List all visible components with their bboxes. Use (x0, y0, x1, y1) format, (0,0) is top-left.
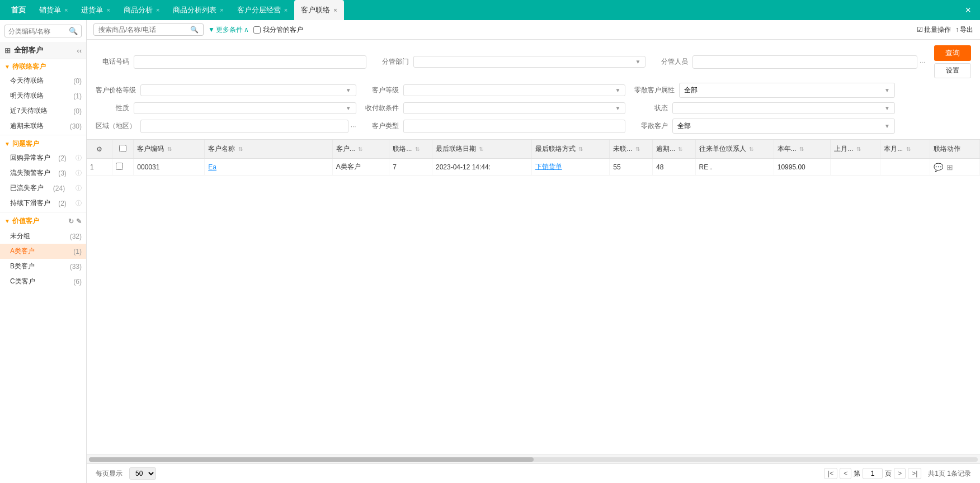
status-arrow-icon: ▼ (884, 105, 890, 111)
sort-code-icon[interactable]: ⇅ (167, 146, 172, 152)
query-button[interactable]: 查询 (934, 45, 971, 61)
sidebar-item-a-class[interactable]: A类客户 (1) (0, 244, 86, 259)
sort-last-date-icon[interactable]: ⇅ (479, 146, 483, 152)
sort-overdue-icon[interactable]: ⇅ (678, 146, 682, 152)
sort-contact-count-icon[interactable]: ⇅ (415, 146, 420, 152)
sidebar-search-input[interactable] (8, 27, 69, 35)
horizontal-scrollbar[interactable] (87, 454, 980, 463)
select-all-checkbox[interactable] (119, 145, 126, 152)
close-product-analysis-tab[interactable]: × (156, 7, 159, 13)
filter-search-input[interactable] (98, 26, 188, 34)
cell-last-method[interactable]: 下销货单 (531, 159, 610, 176)
last-method-link[interactable]: 下销货单 (535, 163, 562, 171)
tab-sales[interactable]: 销货单 × (32, 0, 74, 20)
customer-name-link[interactable]: Ea (208, 163, 216, 171)
tab-customer-layer[interactable]: 客户分层经营 × (230, 0, 294, 20)
refresh-icon[interactable]: ↻ (68, 217, 74, 225)
my-customer-checkbox-label[interactable]: 我分管的客户 (253, 25, 303, 35)
settings-button[interactable]: 设置 (934, 63, 971, 78)
sidebar-item-c-class[interactable]: C类客户 (6) (0, 274, 86, 289)
sidebar-item-declining[interactable]: 持续下滑客户 (2) ⓘ (0, 196, 86, 211)
select-retail-attr[interactable]: 全部 ▼ (679, 83, 895, 98)
batch-op-btn[interactable]: ☑ 批量操作 (917, 25, 951, 35)
page-suffix: 页 (885, 469, 892, 479)
sort-this-month-icon[interactable]: ⇅ (906, 146, 911, 152)
sidebar-item-7days[interactable]: 近7天待联络 (0) (0, 103, 86, 119)
info-icon-churned: ⓘ (76, 184, 82, 192)
sidebar-item-b-class[interactable]: B类客户 (33) (0, 259, 86, 274)
sidebar-item-churned[interactable]: 已流失客户 (24) ⓘ (0, 181, 86, 196)
sort-grade-icon[interactable]: ⇅ (358, 146, 362, 152)
sort-this-year-icon[interactable]: ⇅ (799, 146, 804, 152)
cell-overdue: 48 (652, 159, 695, 176)
input-region[interactable] (140, 120, 348, 133)
col-checkbox[interactable] (112, 140, 134, 159)
close-all-tabs[interactable]: × (960, 4, 976, 16)
sort-contact-person-icon[interactable]: ⇅ (749, 146, 753, 152)
select-price-grade[interactable]: ▼ (140, 84, 356, 96)
select-retail[interactable]: 全部 ▼ (672, 119, 895, 134)
tab-purchase[interactable]: 进货单 × (74, 0, 116, 20)
filter-search-icon[interactable]: 🔍 (190, 26, 199, 34)
tab-customer-contact[interactable]: 客户联络 × (294, 0, 343, 20)
input-phone[interactable] (134, 55, 366, 69)
close-customer-layer-tab[interactable]: × (284, 7, 288, 13)
first-page-btn[interactable]: |< (824, 468, 837, 479)
select-customer-grade[interactable]: ▼ (403, 84, 626, 96)
sidebar-search-icon[interactable]: 🔍 (69, 27, 78, 35)
tab-product-list[interactable]: 商品分析列表 × (166, 0, 230, 20)
tab-home[interactable]: 首页 (4, 0, 32, 20)
prev-page-btn[interactable]: < (840, 468, 851, 479)
edit-icon[interactable]: ✎ (76, 217, 82, 225)
page-size-select[interactable]: 50 (129, 467, 156, 480)
label-nature: 性质 (96, 103, 129, 113)
sidebar-collapse-btn[interactable]: ‹‹ (77, 46, 82, 55)
region-dots[interactable]: ··· (351, 122, 356, 130)
cell-checkbox[interactable] (112, 159, 134, 176)
tab-product-analysis[interactable]: 商品分析 × (117, 0, 166, 20)
sort-last-method-icon[interactable]: ⇅ (578, 146, 583, 152)
sort-uncontacted-icon[interactable]: ⇅ (635, 146, 640, 152)
sidebar-item-churn-warning[interactable]: 流失预警客户 (3) ⓘ (0, 165, 86, 181)
select-dept[interactable]: ▼ (413, 56, 646, 68)
close-purchase-tab[interactable]: × (106, 7, 110, 13)
scrollbar-thumb[interactable] (89, 457, 534, 462)
sort-name-icon[interactable]: ⇅ (238, 146, 243, 152)
next-page-btn[interactable]: > (894, 468, 906, 479)
row-checkbox[interactable] (116, 163, 123, 170)
sidebar-item-today[interactable]: 今天待联络 (0) (0, 73, 86, 88)
sidebar-group-value[interactable]: ▼ 价值客户 ↻ ✎ (0, 214, 86, 229)
sidebar-item-overdue[interactable]: 逾期未联络 (30) (0, 119, 86, 134)
col-actions: 联络动作 (930, 140, 980, 159)
select-nature[interactable]: ▼ (134, 102, 356, 114)
sidebar-group-problem[interactable]: ▼ 问题客户 (0, 136, 86, 150)
close-customer-contact-tab[interactable]: × (333, 7, 337, 13)
sidebar-all-customers-header[interactable]: ⊞ 全部客户 ‹‹ (0, 42, 86, 59)
gear-icon[interactable]: ⚙ (96, 145, 102, 153)
sidebar-item-repurchase-abnormal[interactable]: 回购异常客户 (2) ⓘ (0, 150, 86, 165)
input-customer-type[interactable] (403, 120, 626, 133)
last-page-btn[interactable]: >| (908, 468, 921, 479)
select-status[interactable]: ▼ (672, 102, 895, 114)
page-input[interactable] (863, 468, 883, 479)
close-product-list-tab[interactable]: × (220, 7, 223, 13)
qr-icon[interactable]: ⊞ (946, 163, 953, 172)
more-filter-btn[interactable]: ▼ 更多条件 ∧ (208, 25, 249, 35)
scrollbar-track[interactable] (89, 457, 978, 462)
sidebar-item-ungrouped[interactable]: 未分组 (32) (0, 229, 86, 244)
my-customer-checkbox[interactable] (253, 26, 261, 34)
close-sales-tab[interactable]: × (64, 7, 68, 13)
filter-row-1: 电话号码 分管部门 ▼ 分管人员 ··· 查询 设置 (96, 45, 971, 78)
sidebar-group-pending[interactable]: ▼ 待联络客户 (0, 59, 86, 73)
chat-icon[interactable]: 💬 (934, 163, 943, 172)
sort-last-month-icon[interactable]: ⇅ (856, 146, 861, 152)
col-contact-count: 联络... ⇅ (389, 140, 432, 159)
sidebar-search-container: 🔍 (4, 25, 82, 37)
col-gear[interactable]: ⚙ (87, 140, 112, 159)
manager-dots[interactable]: ··· (920, 58, 925, 66)
input-manager[interactable] (692, 55, 917, 69)
export-btn[interactable]: ↑ 导出 (955, 25, 973, 35)
select-payment[interactable]: ▼ (403, 102, 626, 114)
cell-name[interactable]: Ea (205, 159, 333, 176)
sidebar-item-tomorrow[interactable]: 明天待联络 (1) (0, 88, 86, 103)
